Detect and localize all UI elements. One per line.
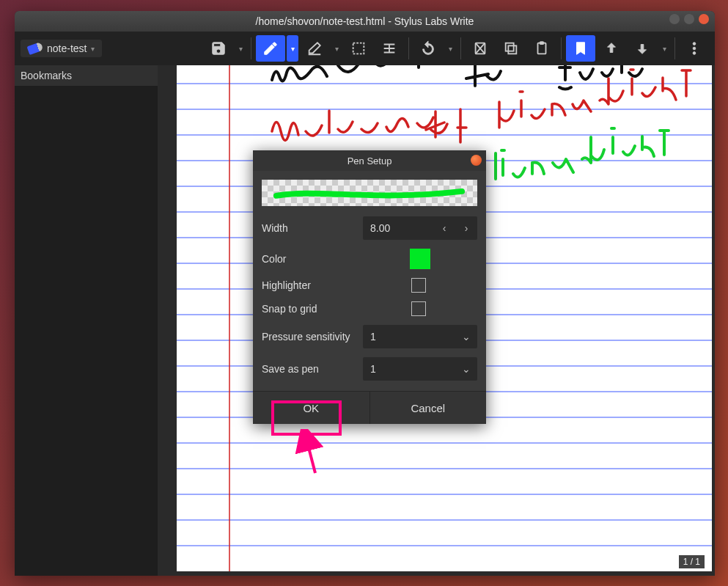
snap-checkbox[interactable] — [411, 301, 426, 316]
chevron-down-icon: ⌄ — [455, 363, 477, 375]
svg-point-6 — [693, 43, 696, 45]
svg-point-8 — [693, 52, 696, 55]
cancel-button[interactable]: Cancel — [369, 392, 487, 424]
color-label: Color — [262, 253, 402, 265]
down-dropdown[interactable]: ▾ — [658, 35, 670, 62]
pen-preview — [262, 180, 477, 206]
toolbar: note-test ▾ ▾ ▾ ▾ ▾ — [15, 32, 715, 65]
redo-dropdown[interactable]: ▾ — [444, 35, 456, 62]
svg-point-7 — [693, 47, 696, 50]
document-name: note-test — [47, 43, 87, 54]
select-tool-button[interactable] — [344, 35, 373, 62]
paste-button[interactable] — [527, 35, 556, 62]
pen-icon — [27, 42, 44, 55]
snap-label: Snap to grid — [262, 303, 404, 315]
dropdown-icon: ▾ — [91, 45, 95, 53]
window-title: /home/shovon/note-test.html - Stylus Lab… — [256, 15, 474, 27]
save-dropdown[interactable]: ▾ — [235, 35, 246, 62]
width-input[interactable]: 8.00 ‹ › — [363, 216, 477, 240]
bookmarks-list[interactable] — [15, 86, 158, 576]
eraser-dropdown[interactable]: ▾ — [331, 35, 342, 62]
minimize-icon[interactable] — [669, 14, 680, 24]
color-swatch[interactable] — [410, 249, 430, 269]
copy-button[interactable] — [496, 35, 526, 62]
dialog-close-icon[interactable] — [471, 155, 482, 166]
highlighter-label: Highlighter — [262, 279, 404, 291]
width-label: Width — [262, 222, 356, 234]
svg-rect-0 — [353, 43, 364, 54]
close-icon[interactable] — [699, 14, 709, 24]
titlebar[interactable]: /home/shovon/note-test.html - Stylus Lab… — [15, 11, 715, 32]
saveas-value: 1 — [363, 363, 455, 375]
up-button[interactable] — [597, 35, 626, 62]
chevron-down-icon: ⌄ — [455, 331, 477, 343]
eraser-button[interactable] — [300, 35, 329, 62]
pressure-value: 1 — [363, 331, 455, 343]
sidebar: Bookmarks — [15, 65, 158, 576]
dialog-title: Pen Setup — [348, 155, 392, 166]
menu-button[interactable] — [680, 35, 709, 62]
insert-space-button[interactable] — [375, 35, 404, 62]
cut-button[interactable] — [466, 35, 495, 62]
highlighter-checkbox[interactable] — [411, 278, 426, 293]
down-button[interactable] — [628, 35, 657, 62]
width-value: 8.00 — [363, 222, 433, 234]
width-increment[interactable]: › — [455, 222, 477, 234]
sidebar-header: Bookmarks — [15, 65, 158, 86]
saveas-label: Save as pen — [262, 363, 356, 375]
pen-dropdown[interactable]: ▾ — [287, 35, 298, 62]
maximize-icon[interactable] — [684, 14, 694, 24]
pressure-select[interactable]: 1 ⌄ — [363, 325, 477, 348]
bookmark-button[interactable] — [566, 35, 595, 62]
save-button[interactable] — [204, 35, 233, 62]
pen-tool-button[interactable] — [256, 35, 285, 62]
width-decrement[interactable]: ‹ — [433, 222, 455, 234]
saveas-select[interactable]: 1 ⌄ — [363, 357, 477, 381]
sidebar-resize-handle[interactable] — [158, 65, 175, 576]
pen-setup-dialog: Pen Setup Width 8.00 ‹ › Color Highlight… — [253, 150, 486, 424]
svg-rect-5 — [540, 42, 544, 45]
undo-button[interactable] — [413, 35, 443, 62]
svg-rect-2 — [508, 45, 516, 54]
dialog-titlebar[interactable]: Pen Setup — [253, 150, 486, 171]
svg-rect-3 — [506, 43, 514, 51]
page-indicator: 1 / 1 — [679, 555, 705, 568]
document-tab[interactable]: note-test ▾ — [21, 40, 102, 57]
ok-button[interactable]: OK — [253, 392, 369, 424]
pressure-label: Pressure sensitivity — [262, 331, 356, 343]
